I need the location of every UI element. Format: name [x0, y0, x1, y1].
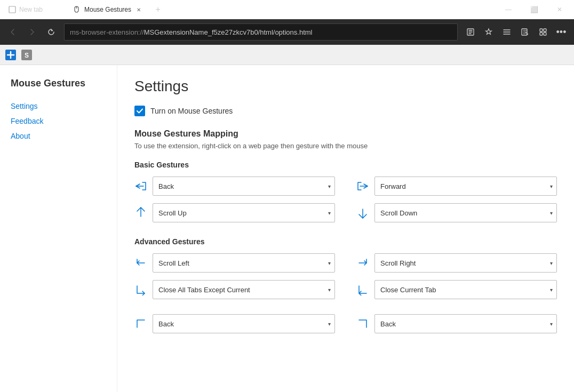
scroll-up-select[interactable]: Back Forward Scroll Up Scroll Down Scrol…: [153, 203, 335, 222]
tab-new-tab-label: New tab: [19, 6, 60, 13]
window-controls: — ⬜ ✕: [496, 2, 572, 18]
gesture-row-scroll-right: Back Forward Scroll Up Scroll Down Scrol…: [356, 253, 557, 273]
url-text: ms-browser-extension://MSGextensionName_…: [70, 28, 312, 36]
hub-icon[interactable]: [498, 23, 515, 41]
extra-gesture-icon-2: [356, 317, 369, 330]
arrow-down-icon: [356, 206, 369, 219]
svg-rect-7: [540, 33, 543, 35]
forward-select[interactable]: Back Forward Scroll Up Scroll Down Scrol…: [374, 177, 557, 196]
tab-bar: New tab Mouse Gestures ✕ + — ⬜ ✕: [0, 0, 574, 19]
arrow-up-icon: [134, 206, 147, 219]
gesture-row-extra-2: Back Forward Scroll Up Scroll Down Scrol…: [356, 314, 557, 333]
sidebar-item-settings[interactable]: Settings: [11, 100, 106, 113]
tab-close-button[interactable]: ✕: [134, 5, 143, 14]
url-protocol: ms-browser-extension://: [70, 28, 144, 36]
new-tab-button[interactable]: +: [150, 2, 165, 17]
mouse-gestures-tab-icon: [74, 6, 81, 13]
gesture-row-back: Back Forward Scroll Up Scroll Down Scrol…: [134, 177, 335, 196]
svg-text:S: S: [25, 52, 29, 59]
sidebar: Mouse Gestures Settings Feedback About: [0, 65, 117, 392]
svg-rect-0: [9, 6, 15, 13]
minimize-button[interactable]: —: [496, 2, 521, 18]
extensions-bar: S: [0, 45, 574, 65]
mouse-gestures-toggle[interactable]: [134, 106, 145, 116]
extra-select-wrapper-2: Back Forward Scroll Up Scroll Down Scrol…: [374, 314, 557, 333]
gesture-row-scroll-down: Back Forward Scroll Up Scroll Down Scrol…: [356, 203, 557, 222]
scroll-left-gesture-icon: [134, 257, 147, 269]
scroll-left-select[interactable]: Back Forward Scroll Up Scroll Down Scrol…: [153, 253, 335, 273]
mapping-section-title: Mouse Gestures Mapping: [134, 129, 557, 139]
tab-new-tab[interactable]: New tab: [2, 2, 66, 18]
favorites-icon[interactable]: [480, 23, 497, 41]
svg-rect-6: [544, 29, 546, 31]
back-button[interactable]: [4, 23, 21, 41]
close-current-tab-gesture-icon: [356, 283, 369, 296]
page-title: Settings: [134, 78, 557, 95]
advanced-gestures-grid: Back Forward Scroll Up Scroll Down Scrol…: [134, 253, 557, 299]
extra-select-wrapper-1: Back Forward Scroll Up Scroll Down Scrol…: [153, 314, 335, 333]
refresh-button[interactable]: [43, 23, 60, 41]
maximize-button[interactable]: ⬜: [522, 2, 546, 18]
arrow-left-icon: [134, 180, 147, 193]
scroll-up-select-wrapper: Back Forward Scroll Up Scroll Down Scrol…: [153, 203, 335, 222]
mapping-section-desc: To use the extension, right-click on a w…: [134, 142, 557, 150]
close-button[interactable]: ✕: [547, 2, 572, 18]
scroll-down-select[interactable]: Back Forward Scroll Up Scroll Down Scrol…: [374, 203, 557, 222]
gesture-row-close-all-tabs: Back Forward Scroll Up Scroll Down Scrol…: [134, 280, 335, 299]
extra-select-1[interactable]: Back Forward Scroll Up Scroll Down Scrol…: [153, 314, 335, 333]
close-all-tabs-select[interactable]: Back Forward Scroll Up Scroll Down Scrol…: [153, 280, 335, 299]
gesture-row-scroll-left: Back Forward Scroll Up Scroll Down Scrol…: [134, 253, 335, 273]
gesture-row-close-current-tab: Back Forward Scroll Up Scroll Down Scrol…: [356, 280, 557, 299]
sidebar-item-about[interactable]: About: [11, 130, 106, 142]
sidebar-item-feedback[interactable]: Feedback: [11, 115, 106, 127]
sidebar-nav: Settings Feedback About: [11, 100, 106, 142]
gesture-row-extra-1: Back Forward Scroll Up Scroll Down Scrol…: [134, 314, 335, 333]
main-panel: Settings Turn on Mouse Gestures Mouse Ge…: [117, 65, 574, 392]
advanced-gestures-title: Advanced Gestures: [134, 237, 557, 246]
back-select[interactable]: Back Forward Scroll Up Scroll Down Scrol…: [153, 177, 335, 196]
extra-select-2[interactable]: Back Forward Scroll Up Scroll Down Scrol…: [374, 314, 557, 333]
browser-chrome: New tab Mouse Gestures ✕ + — ⬜ ✕: [0, 0, 574, 65]
tab-mouse-gestures-label: Mouse Gestures: [84, 6, 131, 13]
more-gestures-grid: Back Forward Scroll Up Scroll Down Scrol…: [134, 314, 557, 333]
gesture-row-forward: Back Forward Scroll Up Scroll Down Scrol…: [356, 177, 557, 196]
basic-gestures-title: Basic Gestures: [134, 161, 557, 169]
new-tab-page-icon: [9, 6, 16, 13]
toggle-row: Turn on Mouse Gestures: [134, 106, 557, 116]
url-path: MSGextensionName_f5ze27zkcv7b0/html/opti…: [144, 28, 313, 36]
close-current-tab-select-wrapper: Back Forward Scroll Up Scroll Down Scrol…: [374, 280, 557, 299]
close-all-tabs-select-wrapper: Back Forward Scroll Up Scroll Down Scrol…: [153, 280, 335, 299]
more-button[interactable]: •••: [553, 23, 570, 41]
back-select-wrapper: Back Forward Scroll Up Scroll Down Scrol…: [153, 177, 335, 196]
gesture-row-scroll-up: Back Forward Scroll Up Scroll Down Scrol…: [134, 203, 335, 222]
scroll-right-gesture-icon: [356, 257, 369, 269]
scroll-right-select[interactable]: Back Forward Scroll Up Scroll Down Scrol…: [374, 253, 557, 273]
address-bar: ms-browser-extension://MSGextensionName_…: [0, 19, 574, 45]
extension-icon-1[interactable]: [4, 49, 17, 61]
scroll-down-select-wrapper: Back Forward Scroll Up Scroll Down Scrol…: [374, 203, 557, 222]
forward-button[interactable]: [23, 23, 41, 41]
extension-icon-2[interactable]: S: [20, 49, 33, 61]
basic-gestures-grid: Back Forward Scroll Up Scroll Down Scrol…: [134, 177, 557, 222]
sidebar-title: Mouse Gestures: [11, 78, 106, 89]
svg-rect-5: [540, 29, 543, 31]
toolbar-icons: •••: [462, 23, 570, 41]
scroll-left-select-wrapper: Back Forward Scroll Up Scroll Down Scrol…: [153, 253, 335, 273]
url-bar[interactable]: ms-browser-extension://MSGextensionName_…: [64, 23, 458, 41]
extra-gesture-icon-1: [134, 317, 147, 330]
toggle-label: Turn on Mouse Gestures: [150, 107, 233, 115]
arrow-right-icon: [356, 180, 369, 193]
svg-rect-8: [544, 33, 546, 35]
close-current-tab-select[interactable]: Back Forward Scroll Up Scroll Down Scrol…: [374, 280, 557, 299]
content-area: Mouse Gestures Settings Feedback About S…: [0, 65, 574, 392]
notes-icon[interactable]: [516, 23, 533, 41]
forward-select-wrapper: Back Forward Scroll Up Scroll Down Scrol…: [374, 177, 557, 196]
close-all-tabs-gesture-icon: [134, 283, 147, 296]
reading-list-icon[interactable]: [462, 23, 479, 41]
tab-mouse-gestures[interactable]: Mouse Gestures ✕: [67, 2, 149, 18]
scroll-right-select-wrapper: Back Forward Scroll Up Scroll Down Scrol…: [374, 253, 557, 273]
extensions-icon[interactable]: [535, 23, 552, 41]
